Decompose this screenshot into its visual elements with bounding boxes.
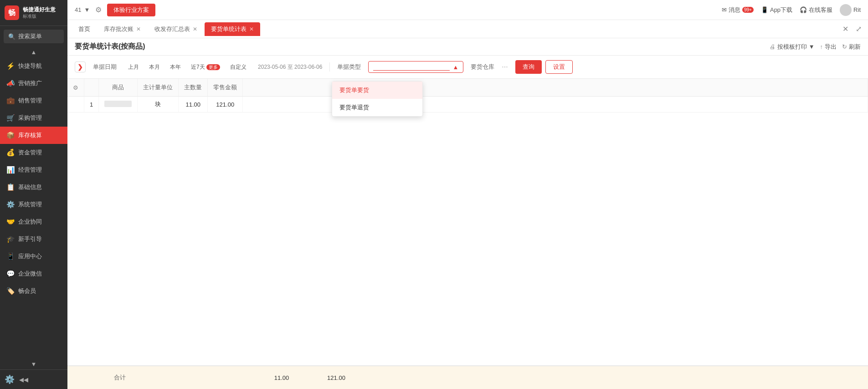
top-header: 41 ▼ ⚙ 体验行业方案 ✉ 消息 99+ 📱 App下载 🎧 在线客服 R	[67, 0, 868, 20]
basic-info-label: 基础信息	[18, 183, 42, 191]
footer-amount-cell: 121.00	[309, 372, 364, 384]
tab-order-summary-close[interactable]: ✕	[249, 26, 254, 32]
tab-batch-account[interactable]: 库存批次账 ✕	[98, 22, 147, 36]
column-settings-icon[interactable]: ⚙	[73, 84, 78, 91]
col-quantity: 主数量	[179, 79, 208, 97]
table-row: 1 块 11.00 121.00	[67, 97, 868, 113]
app-center-icon: 📱	[6, 252, 15, 261]
sidebar-item-guide[interactable]: 🎓 新手引导	[0, 230, 67, 248]
filter-settings-button[interactable]: 设置	[545, 60, 573, 74]
trial-btn[interactable]: 体验行业方案	[107, 4, 155, 16]
type-select-input[interactable]	[373, 63, 450, 71]
tab-maximize-btn[interactable]: ⤢	[854, 23, 863, 35]
system-icon: ⚙️	[6, 200, 15, 209]
app-download-btn[interactable]: 📱 App下载	[761, 6, 792, 14]
date-btn-custom[interactable]: 自定义	[226, 61, 251, 73]
dropdown-item-order-return[interactable]: 要货单退货	[332, 99, 422, 116]
search-menu-button[interactable]: 🔍 搜索菜单	[4, 30, 64, 43]
sales-label: 销售管理	[18, 97, 42, 105]
refresh-btn[interactable]: ↻ 刷新	[842, 43, 861, 51]
sidebar-item-operations[interactable]: 📊 经营管理	[0, 161, 67, 179]
sidebar-item-basic-info[interactable]: 📋 基础信息	[0, 179, 67, 196]
row-quantity: 11.00	[179, 97, 208, 113]
filter-expand-btn[interactable]: ❯	[75, 61, 86, 72]
date-btn-current[interactable]: 本月	[145, 61, 164, 73]
sidebar-scroll-down[interactable]: ▼	[0, 359, 67, 369]
export-btn[interactable]: ↑ 导出	[820, 43, 837, 51]
quick-nav-icon: ⚡	[6, 62, 15, 70]
refresh-icon: ↻	[842, 43, 847, 50]
online-service-label: 在线客服	[809, 6, 832, 14]
sidebar-item-enterprise[interactable]: 🤝 企业协同	[0, 213, 67, 230]
tab-home[interactable]: 首页	[72, 22, 97, 36]
col-unit: 主计量单位	[138, 79, 179, 97]
date-btn-week7[interactable]: 近7天 更多	[187, 61, 224, 73]
page-title: 要货单统计表(按商品)	[75, 42, 145, 51]
refresh-label: 刷新	[849, 43, 861, 51]
logo-icon: 畅	[5, 5, 19, 20]
table-area: ⚙ 商品 主计量单位 主数量 零售金额 1	[67, 79, 868, 365]
footer-row: 合计 11.00 121.00	[67, 371, 868, 384]
enterprise-label: 企业协同	[18, 218, 42, 226]
col-goods: 商品	[99, 79, 138, 97]
sidebar-item-system[interactable]: ⚙️ 系统管理	[0, 196, 67, 213]
header-settings-btn[interactable]: ⚙	[95, 5, 102, 14]
filter-row: ❯ 单据日期 上月 本月 本年 近7天 更多 自定义 2023-05-06 至 …	[75, 60, 861, 74]
tab-window-controls: ✕ ⤢	[841, 23, 863, 35]
avatar	[840, 4, 852, 16]
date-btn-year[interactable]: 本年	[166, 61, 185, 73]
company-selector[interactable]: 41 ▼	[75, 6, 90, 13]
sidebar-item-wechat[interactable]: 💬 企业微信	[0, 265, 67, 282]
tab-batch-account-close[interactable]: ✕	[136, 26, 141, 32]
tab-close-all-btn[interactable]: ✕	[841, 23, 850, 35]
export-label: 导出	[825, 43, 837, 51]
sidebar-item-app-center[interactable]: 📱 应用中心	[0, 248, 67, 265]
sidebar-item-quick-nav[interactable]: ⚡ 快捷导航	[0, 57, 67, 75]
tab-batch-account-label: 库存批次账	[104, 25, 134, 33]
settings-footer-icon[interactable]: ⚙️	[5, 374, 15, 384]
row-no: 1	[84, 97, 99, 113]
tabs-bar: 首页 库存批次账 ✕ 收发存汇总表 ✕ 要货单统计表 ✕ ✕ ⤢	[67, 20, 868, 38]
marketing-icon: 📣	[6, 79, 15, 87]
collapse-sidebar-btn[interactable]: ◀◀	[19, 376, 28, 383]
sidebar-item-sales[interactable]: 💼 销售管理	[0, 92, 67, 109]
message-icon: ✉	[722, 6, 727, 13]
row-settings	[67, 97, 84, 113]
query-button[interactable]: 查询	[515, 60, 542, 74]
sidebar-item-inventory[interactable]: 📦 库存核算	[0, 127, 67, 144]
messages-btn[interactable]: ✉ 消息 99+	[722, 6, 754, 14]
tab-order-summary[interactable]: 要货单统计表 ✕	[205, 22, 260, 36]
sidebar-item-purchase[interactable]: 🛒 采购管理	[0, 109, 67, 127]
tab-receivable-label: 收发存汇总表	[154, 25, 190, 33]
tab-order-summary-label: 要货单统计表	[211, 25, 247, 33]
export-icon: ↑	[820, 43, 823, 50]
print-btn[interactable]: 🖨 按模板打印 ▼	[770, 43, 815, 51]
filter-divider	[329, 62, 330, 72]
sidebar-item-member[interactable]: 🏷️ 畅会员	[0, 282, 67, 300]
sidebar-logo: 畅 畅捷通好生意 标准版	[0, 0, 67, 26]
header-right: ✉ 消息 99+ 📱 App下载 🎧 在线客服 Rit	[722, 4, 861, 16]
date-btns: 上月 本月 本年 近7天 更多 自定义	[124, 61, 251, 73]
chevron-right-icon: ❯	[77, 63, 83, 71]
tab-receivable-close[interactable]: ✕	[193, 26, 197, 32]
sidebar: 畅 畅捷通好生意 标准版 🔍 搜索菜单 ▲ ⚡ 快捷导航 📣 营销推广 💼 销售…	[0, 0, 67, 389]
page-area: 要货单统计表(按商品) 🖨 按模板打印 ▼ ↑ 导出 ↻ 刷新	[67, 38, 868, 389]
sidebar-item-finance[interactable]: 💰 资金管理	[0, 144, 67, 161]
dropdown-item-order-goods[interactable]: 要货单要货	[332, 82, 422, 99]
filter-more-btn[interactable]: ···	[502, 63, 508, 71]
type-select-arrow-icon: ▲	[452, 64, 458, 71]
online-service-btn[interactable]: 🎧 在线客服	[800, 6, 832, 14]
row-goods	[99, 97, 138, 113]
finance-label: 资金管理	[18, 148, 42, 157]
inventory-label: 库存核算	[18, 131, 42, 139]
date-btn-prev[interactable]: 上月	[124, 61, 143, 73]
sidebar-item-marketing[interactable]: 📣 营销推广	[0, 75, 67, 92]
tab-receivable-summary[interactable]: 收发存汇总表 ✕	[148, 22, 204, 36]
type-filter-label: 单据类型	[337, 63, 361, 71]
type-select[interactable]: ▲	[368, 61, 463, 73]
footer-label-cell: 合计	[108, 371, 200, 384]
user-area[interactable]: Rit	[840, 4, 861, 16]
col-no	[84, 79, 99, 97]
company-num-label: 41	[75, 6, 81, 13]
sidebar-scroll-up[interactable]: ▲	[0, 47, 67, 57]
